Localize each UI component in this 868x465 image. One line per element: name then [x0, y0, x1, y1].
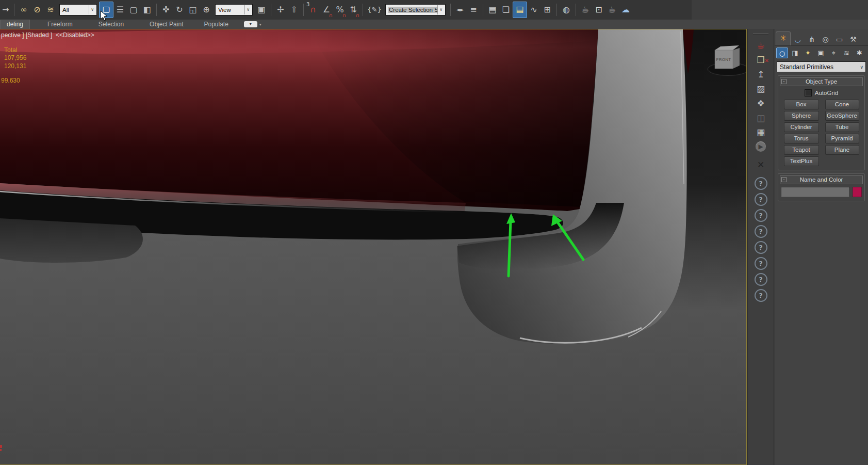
play-script-icon[interactable]: ▶	[752, 140, 769, 153]
voxel-cube-icon[interactable]: ▦	[752, 125, 769, 139]
name-and-color-rollout-header[interactable]: - Name and Color	[780, 175, 863, 184]
spinner-snap-icon[interactable]: ⇅ ∩	[347, 2, 360, 18]
selection-filter-dropdown[interactable]: All ∨	[59, 4, 97, 15]
category-cameras[interactable]: ▣	[815, 47, 827, 58]
empty-cell	[825, 156, 859, 166]
teapot-icon[interactable]: ☕	[752, 39, 769, 52]
use-pivot-point-center-icon[interactable]: ▣	[255, 2, 268, 18]
viewport-label[interactable]: pective ] [Shaded ] <<Disabled>>	[1, 31, 94, 39]
angle-snap-icon[interactable]: ∠ ∩	[320, 2, 333, 18]
split-panels-icon[interactable]: ◫	[752, 111, 769, 124]
select-object-button[interactable]: ▢	[99, 2, 113, 18]
named-selection-set-combo[interactable]: Create Selection Se ∨	[385, 4, 446, 15]
scene-explorer-icon[interactable]: ▤	[486, 2, 499, 18]
plane-button[interactable]: Plane	[825, 145, 859, 155]
clipped-red-marker	[0, 445, 2, 448]
viewport-canvas[interactable]: FRONT	[0, 29, 746, 464]
help-icon[interactable]: ?	[755, 257, 767, 270]
layer-explorer-icon[interactable]: ❏	[499, 2, 513, 18]
ribbon-tab-modeling[interactable]: deling	[0, 20, 30, 29]
chevron-down-icon[interactable]: ▾	[259, 22, 261, 27]
select-and-rotate-icon[interactable]: ↻	[173, 2, 186, 18]
select-and-link-icon[interactable]: ∞	[17, 2, 30, 18]
render-in-cloud-icon[interactable]: ☁	[619, 2, 632, 18]
material-editor-icon[interactable]: ◍	[560, 2, 573, 18]
layer-move-icon[interactable]: ❖	[752, 97, 769, 110]
snap-toggle-3d-icon[interactable]: ∩ 3	[306, 2, 320, 18]
select-and-move-icon[interactable]: ✜	[159, 2, 173, 18]
category-shapes[interactable]: ◨	[789, 47, 801, 58]
magnet-badge-icon: ∩	[356, 13, 359, 18]
subcategory-dropdown[interactable]: Standard Primitives ∨	[777, 61, 866, 72]
checker-select-icon[interactable]: ▨	[752, 82, 769, 95]
close-icon[interactable]: ✕	[752, 158, 769, 171]
unlink-selection-icon[interactable]: ⊘	[30, 2, 44, 18]
keyboard-shortcut-override-icon[interactable]: ⇧	[287, 2, 301, 18]
help-icon[interactable]: ?	[755, 273, 767, 286]
object-name-field[interactable]	[781, 187, 850, 197]
select-by-name-icon[interactable]: ☰	[113, 2, 127, 18]
toolbar-drag-handle[interactable]	[753, 33, 768, 35]
undo-arrow-icon[interactable]: →	[0, 2, 11, 18]
grid-raise-icon[interactable]: ↥	[752, 68, 769, 81]
magnet-badge-icon: ∩	[342, 13, 346, 18]
category-systems[interactable]: ✱	[854, 47, 865, 58]
object-type-rollout-header[interactable]: - Object Type	[780, 77, 863, 86]
category-geometry[interactable]: ○	[776, 47, 788, 58]
percent-snap-icon[interactable]: % ∩	[333, 2, 347, 18]
object-color-swatch[interactable]	[853, 187, 862, 197]
rectangular-selection-region-icon[interactable]: ▢	[127, 2, 140, 18]
ribbon-tab-selection[interactable]: Selection	[93, 20, 129, 29]
ribbon-toggle-button[interactable]: ▤	[513, 2, 527, 18]
bind-to-space-warp-icon[interactable]: ≋	[44, 2, 57, 18]
tab-motion[interactable]: ◎	[818, 33, 832, 45]
collapse-icon[interactable]: -	[781, 79, 787, 84]
teapot-button[interactable]: Teapot	[784, 145, 819, 155]
help-icon[interactable]: ?	[755, 289, 767, 302]
ribbon-tab-freeform[interactable]: Freeform	[42, 20, 78, 29]
mirror-icon[interactable]: ◄►	[453, 2, 467, 18]
select-and-manipulate-icon[interactable]: ✢	[274, 2, 287, 18]
cone-button[interactable]: Cone	[825, 100, 859, 109]
tube-button[interactable]: Tube	[825, 122, 859, 132]
torus-button[interactable]: Torus	[784, 134, 819, 143]
sphere-button[interactable]: Sphere	[784, 111, 819, 121]
schematic-view-icon[interactable]: ⊞	[541, 2, 554, 18]
delete-box-icon[interactable]: ❒ ✕	[752, 53, 769, 67]
tab-hierarchy[interactable]: ⋔	[805, 33, 818, 45]
ribbon-tab-object-paint[interactable]: Object Paint	[144, 20, 188, 29]
collapse-icon[interactable]: -	[781, 177, 787, 182]
textplus-button[interactable]: TextPlus	[784, 156, 819, 166]
category-lights[interactable]: ✦	[802, 47, 814, 58]
ribbon-minimize-button[interactable]: ▾	[244, 21, 257, 27]
select-and-scale-icon[interactable]: ◱	[186, 2, 200, 18]
help-icon[interactable]: ?	[755, 225, 767, 238]
rendered-frame-window-icon[interactable]: ⊡	[592, 2, 605, 18]
box-button[interactable]: Box	[784, 100, 819, 109]
render-setup-icon[interactable]: ☕	[579, 2, 592, 18]
category-space-warps[interactable]: ≋	[841, 47, 853, 58]
tab-utilities[interactable]: ⚒	[846, 33, 860, 45]
render-production-icon[interactable]: ☕	[605, 2, 619, 18]
perspective-viewport[interactable]: FRONT pective ] [Shaded ] <<Disabled>> T…	[0, 29, 747, 465]
tab-display[interactable]: ▭	[832, 33, 846, 45]
geosphere-button[interactable]: GeoSphere	[825, 111, 859, 121]
ribbon-tab-populate[interactable]: Populate	[199, 20, 233, 29]
named-selection-sets-icon[interactable]: {✎}	[366, 2, 383, 18]
window-crossing-icon[interactable]: ◧	[140, 2, 154, 18]
tab-modify[interactable]: ◡	[791, 33, 805, 45]
reference-coordinate-dropdown[interactable]: View ∨	[215, 4, 253, 15]
select-and-place-icon[interactable]: ⊕	[200, 2, 213, 18]
category-helpers[interactable]: ⌖	[828, 47, 840, 58]
align-icon[interactable]: ≡	[467, 2, 480, 18]
autogrid-checkbox[interactable]	[805, 89, 812, 97]
tab-create[interactable]: ✳	[776, 31, 791, 45]
help-icon[interactable]: ?	[755, 177, 767, 190]
pyramid-button[interactable]: Pyramid	[825, 134, 859, 143]
help-icon[interactable]: ?	[755, 241, 767, 254]
help-icon[interactable]: ?	[755, 209, 767, 222]
command-panel-tabs: ✳ ◡ ⋔ ◎ ▭ ⚒	[775, 29, 868, 46]
curve-editor-icon[interactable]: ∿	[527, 2, 541, 18]
help-icon[interactable]: ?	[755, 193, 767, 206]
cylinder-button[interactable]: Cylinder	[784, 122, 819, 132]
